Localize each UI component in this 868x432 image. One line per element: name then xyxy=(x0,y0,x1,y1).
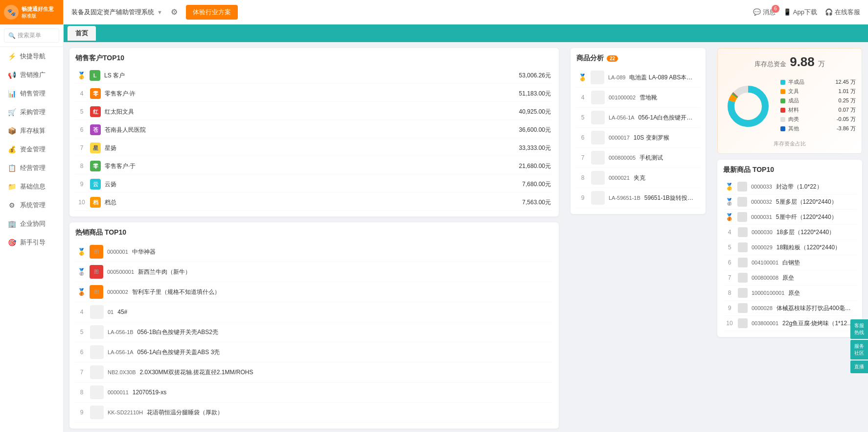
product-thumbnail xyxy=(90,406,104,419)
rank-num: 6 xyxy=(578,134,587,141)
rank-num: 4 xyxy=(725,229,734,236)
live-button[interactable]: 直播 xyxy=(850,360,868,373)
legend-item: 半成品 12.45 万 xyxy=(780,78,856,86)
product-thumbnail xyxy=(738,242,748,252)
inventory-summary-card: 库存总资金 9.88 万 xyxy=(717,48,862,154)
avatar: 苍 xyxy=(90,124,101,135)
rank-num: 4 xyxy=(578,94,587,101)
product-thumbnail xyxy=(591,71,604,84)
sales-item: 5 红 红太阳文具 40,925.00元 xyxy=(75,104,553,120)
rank-num: 7 xyxy=(77,144,86,151)
new-product-item: 🥉 0000031 5厘中纤（1220*2440） xyxy=(723,210,856,225)
rank-num: 8 xyxy=(578,174,587,181)
system-icon: ⚙ xyxy=(7,201,16,210)
legend-item: 成品 0.25 万 xyxy=(780,97,856,104)
new-product-item: 10 003800001 22g鱼豆腐·烧烤味（1*12*20） xyxy=(723,316,856,331)
sidebar-item-quick[interactable]: ⚡ 快捷导航 xyxy=(0,47,63,66)
legend-item: 材料 0.07 万 xyxy=(780,106,856,114)
settings-button[interactable]: ⚙ xyxy=(167,5,181,19)
logo-text: 畅捷通好生意 标准版 xyxy=(22,5,54,19)
legend-item: 肉类 -0.05 万 xyxy=(780,116,856,123)
avatar: 云 xyxy=(90,179,101,190)
sidebar-item-sales[interactable]: 📊 销售管理 xyxy=(0,84,63,103)
product-item: 9 LA-59651-1B 59651-1B旋转投影灯电池盒 ABS黑色+58壳 xyxy=(576,188,700,208)
product-thumbnail xyxy=(738,303,748,313)
product-item: 6 0000017 10S 变刺罗猴 xyxy=(576,128,700,148)
product-thumbnail xyxy=(591,91,605,104)
float-buttons: 客服热线 服务社区 直播 xyxy=(850,319,868,373)
rank-medal-1: 🥇 xyxy=(77,72,86,79)
content-area: 销售客户TOP10 🥇 L LS 客户 53,006.26元 4 零 零售客户·… xyxy=(64,42,868,432)
quick-nav-icon: ⚡ xyxy=(7,52,16,61)
message-badge: 6 xyxy=(772,5,779,13)
search-menu-button[interactable]: 🔍 搜索菜单 xyxy=(4,28,59,43)
rank-num: 9 xyxy=(77,181,86,188)
legend-dot xyxy=(780,98,785,103)
avatar: L xyxy=(90,70,100,81)
avatar: 零 xyxy=(90,88,101,99)
app-download-button[interactable]: 📱 App下载 xyxy=(783,8,817,17)
sales-amount: 40,925.00元 xyxy=(519,108,551,116)
inventory-label: 库存资金占比 xyxy=(724,140,856,147)
sidebar-item-inventory[interactable]: 📦 库存核算 xyxy=(0,121,63,140)
product-thumbnail xyxy=(737,197,747,207)
new-product-item: 4 0000030 18多层（1220*2440） xyxy=(723,225,856,240)
sales-item: 6 苍 苍南县人民医院 36,600.00元 xyxy=(75,122,553,138)
sidebar: 🐾 畅捷通好生意 标准版 🔍 搜索菜单 ⚡ 快捷导航 📢 营销推广 📊 销售管理… xyxy=(0,0,64,432)
sidebar-item-guide[interactable]: 🎯 新手引导 xyxy=(0,233,63,252)
product-thumbnail xyxy=(591,151,605,165)
sales-item: 8 零 零售客户·于 21,680.00元 xyxy=(75,158,553,174)
sidebar-item-basic[interactable]: 📁 基础信息 xyxy=(0,177,63,196)
community-button[interactable]: 服务社区 xyxy=(850,340,868,360)
product-thumbnail xyxy=(738,318,748,328)
rank-num: 5 xyxy=(77,329,86,336)
rank-medal: 🥇 xyxy=(578,73,587,81)
product-thumbnail xyxy=(591,111,605,124)
product-item: 8 0000021 夹克 xyxy=(576,168,700,188)
online-service-button[interactable]: 🎧 在线客服 xyxy=(825,8,860,17)
message-icon: 💬 xyxy=(753,8,761,16)
rank-num: 4 xyxy=(77,90,86,97)
purchase-icon: 🛒 xyxy=(7,108,16,117)
product-thumbnail: 图 xyxy=(90,265,103,279)
sidebar-item-purchase[interactable]: 🛒 采购管理 xyxy=(0,103,63,121)
sales-item: 4 零 零售客户·许 51,183.00元 xyxy=(75,86,553,102)
legend-dot xyxy=(780,89,785,94)
donut-chart xyxy=(724,82,773,131)
product-thumbnail xyxy=(738,288,748,298)
sidebar-item-enterprise[interactable]: 🏢 企业协同 xyxy=(0,215,63,233)
trial-button[interactable]: 体验行业方案 xyxy=(186,5,238,20)
marketing-icon: 📢 xyxy=(7,71,16,79)
legend-dot xyxy=(780,117,785,122)
new-product-item: 7 000800008 原垒 xyxy=(723,270,856,286)
system-selector[interactable]: 装备及固定资产辅助管理系统 ▼ xyxy=(71,8,162,17)
rank-num: 8 xyxy=(725,289,734,296)
product-item: 9 KK-SD22110H 花语萌恒温分腿睡袋（厚款） xyxy=(75,403,553,423)
product-thumbnail xyxy=(90,345,104,359)
product-thumbnail xyxy=(737,212,747,222)
customer-name: 零售客户·许 xyxy=(105,90,515,98)
sidebar-item-marketing[interactable]: 📢 营销推广 xyxy=(0,66,63,84)
product-item: 7 NB2.0X30B 2.0X30MM双搓花轴.搓花直径2.1MM/ROHS xyxy=(75,362,553,383)
sidebar-navigation: ⚡ 快捷导航 📢 营销推广 📊 销售管理 🛒 采购管理 📦 库存核算 💰 资金管… xyxy=(0,47,63,432)
product-thumbnail xyxy=(737,182,747,192)
sidebar-item-finance[interactable]: 💰 资金管理 xyxy=(0,140,63,159)
avatar: 零 xyxy=(90,161,101,171)
product-thumbnail xyxy=(90,365,104,379)
product-thumbnail xyxy=(738,258,748,267)
product-thumbnail xyxy=(90,305,104,319)
product-item: 🥈 图 000500001 新西兰牛肉（新牛） xyxy=(75,262,553,282)
sidebar-search-area: 🔍 搜索菜单 xyxy=(0,24,63,47)
sidebar-item-operation[interactable]: 📋 经营管理 xyxy=(0,159,63,177)
customer-service-button[interactable]: 客服热线 xyxy=(850,319,868,339)
product-item: 6 LA-056-1A 056-1A白色按键开关盖ABS 3壳 xyxy=(75,342,553,362)
message-button[interactable]: 💬 消息 6 xyxy=(753,8,776,17)
rank-num: 7 xyxy=(578,154,587,161)
sidebar-item-system[interactable]: ⚙ 系统管理 xyxy=(0,196,63,215)
logo-icon: 🐾 xyxy=(4,5,19,20)
rank-medal: 🥇 xyxy=(77,248,86,256)
operation-icon: 📋 xyxy=(7,164,16,172)
tab-home[interactable]: 首页 xyxy=(68,26,96,41)
sales-amount: 33,333.00元 xyxy=(519,144,551,152)
rank-num: 9 xyxy=(77,409,86,416)
